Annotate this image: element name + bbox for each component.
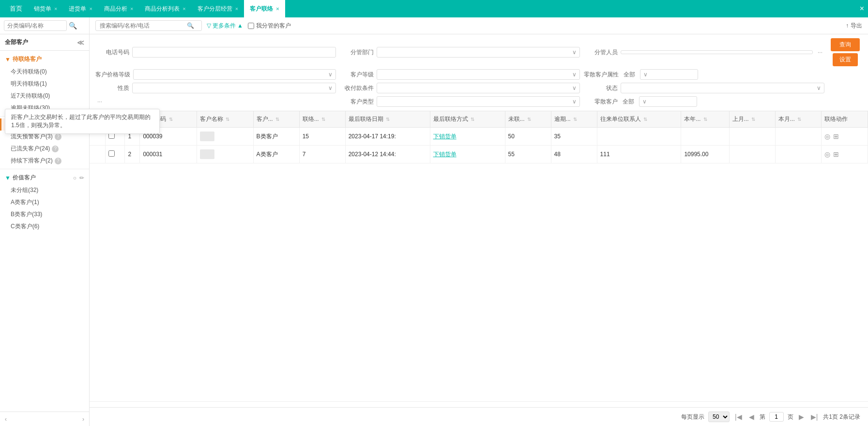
filter-select-dept[interactable]: ∨ xyxy=(377,47,580,58)
th-name[interactable]: 客户名称 ⇅ xyxy=(197,111,253,128)
horizontal-scrollbar[interactable] xyxy=(90,401,868,407)
page-next-btn[interactable]: ▶ xyxy=(797,413,806,421)
close-analysis-list-icon[interactable]: × xyxy=(183,6,185,12)
th-overdue[interactable]: 逾期... ⇅ xyxy=(551,111,597,128)
sidebar-search-icon[interactable]: 🔍 xyxy=(69,22,77,29)
td-row2-name xyxy=(197,146,253,163)
filter-input-phone[interactable] xyxy=(132,47,336,58)
filter-label-phone: 电话号码 xyxy=(95,48,129,57)
sidebar-item-a-class[interactable]: A类客户(1) xyxy=(0,196,89,208)
td-row2-last-method[interactable]: 下销货单 xyxy=(430,146,505,163)
th-last-month[interactable]: 上月... ⇅ xyxy=(729,111,775,128)
nav-purchase[interactable]: 进货单 × xyxy=(63,0,98,17)
row2-more-icon[interactable]: ⊞ xyxy=(833,150,839,158)
per-page-select[interactable]: 50 xyxy=(708,411,730,422)
settings-btn[interactable]: 设置 xyxy=(833,53,858,66)
sidebar-prev-icon[interactable]: ‹ xyxy=(5,416,7,423)
nav-sales[interactable]: 销货单 × xyxy=(28,0,63,17)
value-customers-edit-icon[interactable]: ✏ xyxy=(79,175,84,181)
value-customers-add-icon[interactable]: ○ xyxy=(73,175,76,181)
unread-sort-icon: ⇅ xyxy=(527,117,531,122)
row1-method-link[interactable]: 下销货单 xyxy=(433,133,457,140)
filter-select-retail-attr[interactable]: ∨ xyxy=(640,69,698,80)
page-prev-btn[interactable]: ◀ xyxy=(747,413,756,421)
sidebar-pending-contact-section[interactable]: ▼ 待联络客户 xyxy=(0,53,89,66)
th-company-contact[interactable]: 往来单位联系人 ⇅ xyxy=(597,111,681,128)
main-search-input[interactable] xyxy=(100,22,187,29)
th-this-month[interactable]: 本月... ⇅ xyxy=(775,111,821,128)
td-row1-last-method[interactable]: 下销货单 xyxy=(430,128,505,146)
close-sales-icon[interactable]: × xyxy=(54,6,57,12)
sidebar-search-input[interactable] xyxy=(4,20,67,31)
td-row2-this-year: 10995.00 xyxy=(681,146,729,163)
filter-select-status[interactable]: ∨ xyxy=(621,83,824,93)
payment-dropdown-icon: ∨ xyxy=(572,85,577,91)
main-search-icon[interactable]: 🔍 xyxy=(187,22,194,29)
sidebar-item-continuous-down[interactable]: 持续下滑客户(2) ? xyxy=(0,155,89,167)
sidebar-item-tomorrow[interactable]: 明天待联络(1) xyxy=(0,78,89,90)
nav-analysis-list[interactable]: 商品分析列表 × xyxy=(139,0,191,17)
price-grade-dropdown-icon: ∨ xyxy=(328,71,333,78)
last-month-sort-icon: ⇅ xyxy=(751,117,755,122)
sidebar-item-already-lost[interactable]: 已流失客户(24) ? xyxy=(0,143,89,155)
th-this-year[interactable]: 本年... ⇅ xyxy=(681,111,729,128)
filter-select-person[interactable] xyxy=(621,50,813,54)
query-btn[interactable]: 查询 xyxy=(831,38,860,51)
table-area[interactable]: ⚙ 客户编码 ⇅ 客户名称 ⇅ xyxy=(90,111,868,401)
close-analysis-icon[interactable]: × xyxy=(130,6,133,12)
retail-attr-dropdown-icon: ∨ xyxy=(643,71,648,78)
th-contacts[interactable]: 联络... ⇅ xyxy=(299,111,345,128)
nav-customer-mgmt[interactable]: 客户分层经营 × xyxy=(192,0,244,17)
td-row1-this-year xyxy=(681,128,729,146)
th-category[interactable]: 客户... ⇅ xyxy=(253,111,299,128)
sidebar-item-b-class[interactable]: B类客户(33) xyxy=(0,208,89,220)
row2-method-link[interactable]: 下销货单 xyxy=(433,151,457,158)
close-all-tabs[interactable]: × xyxy=(860,4,864,13)
sidebar-item-today[interactable]: 今天待联络(0) xyxy=(0,66,89,78)
page-last-btn[interactable]: ▶| xyxy=(809,413,820,421)
sidebar-next-icon[interactable]: › xyxy=(82,416,84,423)
filter-cell-customer-grade: 客户等级 ∨ xyxy=(340,69,580,80)
export-btn[interactable]: ↑ 导出 xyxy=(846,22,862,30)
th-unread[interactable]: 未联... ⇅ xyxy=(505,111,551,128)
nav-analysis[interactable]: 商品分析 × xyxy=(98,0,139,17)
filter-select-retail-cust[interactable]: ∨ xyxy=(639,96,697,107)
main-layout: 🔍 全部客户 ≪ ▼ 待联络客户 今天待联络(0) 明天待联络(1) 近7天待联… xyxy=(0,17,868,426)
close-purchase-icon[interactable]: × xyxy=(89,6,92,12)
nav-home[interactable]: 首页 xyxy=(4,0,28,17)
nav-customer-contact[interactable]: 客户联络 × xyxy=(244,0,285,17)
pagination-bar: 每页显示 50 |◀ ◀ 第 页 ▶ ▶| 共1页 2条记录 xyxy=(90,407,868,426)
filter-select-payment[interactable]: ∨ xyxy=(377,83,580,93)
filter-cell-status: 状态 ∨ xyxy=(584,83,824,93)
sidebar-value-customers-section[interactable]: ▼ 价值客户 ○ ✏ xyxy=(0,171,89,184)
filter-select-price-grade[interactable]: ∨ xyxy=(133,69,336,80)
th-last-contact-date[interactable]: 最后联络日期 ⇅ xyxy=(345,111,430,128)
filter-label-cust-type: 客户类型 xyxy=(340,98,374,106)
page-first-btn[interactable]: |◀ xyxy=(733,413,744,421)
lost-predicted-badge: ? xyxy=(55,133,61,140)
filter-select-nature[interactable]: ∨ xyxy=(132,83,336,93)
sidebar-item-7days[interactable]: 近7天待联络(0) xyxy=(0,90,89,102)
sidebar-item-c-class[interactable]: C类客户(6) xyxy=(0,220,89,233)
row2-view-icon[interactable]: ◎ xyxy=(824,150,830,158)
filter-select-cust-type[interactable]: ∨ xyxy=(377,96,580,107)
row1-more-icon[interactable]: ⊞ xyxy=(833,132,839,140)
more-conditions-btn[interactable]: ▽ 更多条件 ▲ xyxy=(207,22,243,30)
already-lost-label: 已流失客户(24) xyxy=(11,145,50,153)
row1-view-icon[interactable]: ◎ xyxy=(824,132,830,140)
row2-checkbox[interactable] xyxy=(108,150,115,157)
value-customers-label: 价值客户 xyxy=(13,174,36,182)
close-customer-mgmt-icon[interactable]: × xyxy=(235,6,238,12)
continuous-down-badge: ? xyxy=(55,158,61,164)
page-label: 第 xyxy=(760,413,765,421)
sidebar-item-unclassified[interactable]: 未分组(32) xyxy=(0,184,89,196)
page-input[interactable] xyxy=(769,412,784,422)
th-last-contact-method[interactable]: 最后联络方式 ⇅ xyxy=(430,111,505,128)
my-customers-checkbox-wrap[interactable]: 我分管的客户 xyxy=(248,22,291,30)
my-customers-checkbox[interactable] xyxy=(248,23,254,29)
filter-select-customer-grade[interactable]: ∨ xyxy=(377,69,580,80)
close-customer-contact-icon[interactable]: × xyxy=(276,6,279,12)
filter-person-dots[interactable]: ··· xyxy=(816,49,824,56)
sidebar-collapse-btn[interactable]: ≪ xyxy=(77,39,84,46)
filter-row4-dots[interactable]: ··· xyxy=(95,98,104,105)
